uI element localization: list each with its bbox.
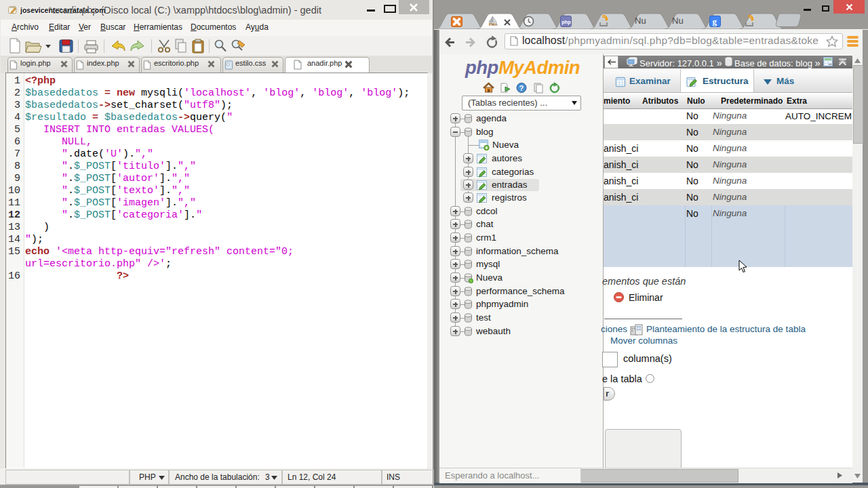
svg-text:php: php [561,19,571,25]
svg-text:PMA: PMA [489,22,497,26]
svg-text:g: g [713,16,717,26]
svg-text:?: ? [519,84,524,92]
